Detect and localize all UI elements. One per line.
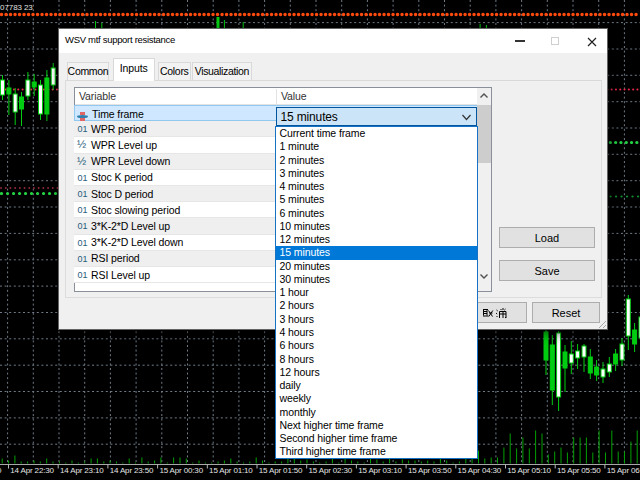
svg-text:14 Apr 22:30: 14 Apr 22:30 — [10, 466, 54, 475]
svg-text:15 Apr 00:30: 15 Apr 00:30 — [159, 466, 203, 475]
svg-text:14 Apr 23:50: 14 Apr 23:50 — [110, 466, 154, 475]
svg-text:15 Apr 01:50: 15 Apr 01:50 — [259, 466, 303, 475]
svg-text:15 Apr 05:10: 15 Apr 05:10 — [507, 466, 551, 475]
svg-text:.07783 23: .07783 23 — [0, 3, 33, 12]
svg-text:15 Apr 04:30: 15 Apr 04:30 — [458, 466, 502, 475]
svg-text:15 Apr 06:30: 15 Apr 06:30 — [607, 466, 640, 475]
svg-text:15 Apr 05:50: 15 Apr 05:50 — [557, 466, 601, 475]
svg-text:14 Apr 23:10: 14 Apr 23:10 — [60, 466, 104, 475]
svg-text:15 Apr 01:10: 15 Apr 01:10 — [209, 466, 253, 475]
svg-text:15 Apr 03:50: 15 Apr 03:50 — [408, 466, 452, 475]
svg-text:15 Apr 03:10: 15 Apr 03:10 — [358, 466, 402, 475]
svg-text:15 Apr 02:30: 15 Apr 02:30 — [309, 466, 353, 475]
